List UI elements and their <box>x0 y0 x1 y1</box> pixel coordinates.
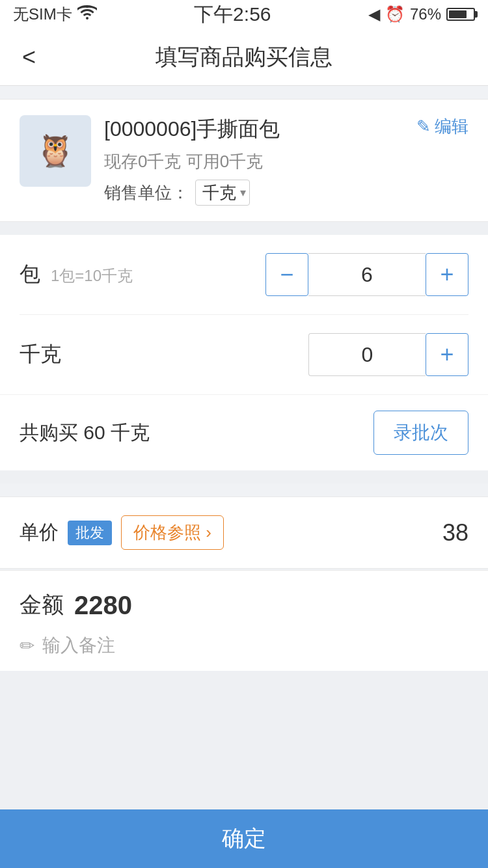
wifi-icon <box>77 5 97 23</box>
amount-value: 2280 <box>74 591 132 620</box>
battery-icon <box>446 8 475 21</box>
status-bar: 无SIM卡 下午2:56 ◀ ⏰ 76% <box>0 0 488 29</box>
confirm-button[interactable]: 确定 <box>0 809 488 868</box>
amount-row: 金额 2280 <box>20 590 468 620</box>
edit-button[interactable]: ✎ 编辑 <box>416 115 468 138</box>
section-divider-2 <box>0 470 488 483</box>
product-info: [0000006]手撕面包 现存0千克 可用0千克 销售单位： 千克 <box>104 115 468 206</box>
amount-section: 金额 2280 ✏ 输入备注 <box>0 570 488 671</box>
product-image: 🦉 <box>20 115 91 187</box>
battery-percent: 76% <box>410 5 441 23</box>
price-label-group: 单价 批发 价格参照 › <box>20 515 224 550</box>
quantity-unit-kg: 千克 <box>20 340 61 369</box>
total-label: 共购买 60 千克 <box>20 420 150 446</box>
status-time: 下午2:56 <box>194 1 271 28</box>
price-type-tag: 批发 <box>68 521 112 545</box>
price-section: 单价 批发 价格参照 › 38 <box>0 496 488 569</box>
status-left: 无SIM卡 <box>13 4 97 25</box>
remark-row[interactable]: ✏ 输入备注 <box>20 633 468 658</box>
unit-label: 销售单位： <box>104 182 189 204</box>
record-batch-button[interactable]: 录批次 <box>373 411 468 455</box>
nav-bar: < 填写商品购买信息 <box>0 29 488 86</box>
price-reference-button[interactable]: 价格参照 › <box>121 515 224 550</box>
quantity-controls-kg: + <box>308 333 468 376</box>
alarm-icon: ⏰ <box>385 5 405 23</box>
product-card: 🦉 [0000006]手撕面包 现存0千克 可用0千克 销售单位： 千克 ✎ 编… <box>0 99 488 222</box>
decrement-bao-button[interactable]: − <box>265 253 308 296</box>
increment-kg-button[interactable]: + <box>426 333 468 376</box>
product-logo-icon: 🦉 <box>36 133 75 169</box>
confirm-btn-wrap: 确定 <box>0 809 488 868</box>
edit-label: 编辑 <box>435 115 468 138</box>
product-stock: 现存0千克 可用0千克 <box>104 150 468 173</box>
unit-select[interactable]: 千克 <box>195 180 250 206</box>
back-button[interactable]: < <box>16 37 42 77</box>
carrier-label: 无SIM卡 <box>13 4 72 25</box>
quantity-label-bao: 包 1包=10千克 <box>20 260 133 289</box>
section-divider-1 <box>0 222 488 235</box>
price-label: 单价 <box>20 519 59 546</box>
product-unit-row: 销售单位： 千克 <box>104 180 468 206</box>
pencil-icon: ✏ <box>20 635 34 657</box>
amount-label: 金额 <box>20 590 64 620</box>
price-value: 38 <box>442 519 468 547</box>
quantity-bao-input[interactable] <box>308 253 426 296</box>
product-name: [0000006]手撕面包 <box>104 115 468 144</box>
quantity-hint-bao: 1包=10千克 <box>51 265 133 286</box>
quantity-row-bao: 包 1包=10千克 − + <box>20 235 468 315</box>
quantity-section: 包 1包=10千克 − + 千克 + <box>0 235 488 394</box>
total-section: 共购买 60 千克 录批次 <box>0 394 488 470</box>
location-icon: ◀ <box>368 5 380 23</box>
quantity-label-kg: 千克 <box>20 340 61 369</box>
page-title: 填写商品购买信息 <box>156 42 332 72</box>
status-right: ◀ ⏰ 76% <box>368 5 475 23</box>
increment-bao-button[interactable]: + <box>426 253 468 296</box>
quantity-controls-bao: − + <box>265 253 468 296</box>
remark-placeholder[interactable]: 输入备注 <box>42 633 115 658</box>
quantity-unit-bao: 包 <box>20 260 40 289</box>
quantity-kg-input[interactable] <box>308 333 426 376</box>
unit-select-wrap[interactable]: 千克 <box>195 180 250 206</box>
quantity-row-kg: 千克 + <box>20 315 468 394</box>
edit-icon: ✎ <box>416 116 431 137</box>
